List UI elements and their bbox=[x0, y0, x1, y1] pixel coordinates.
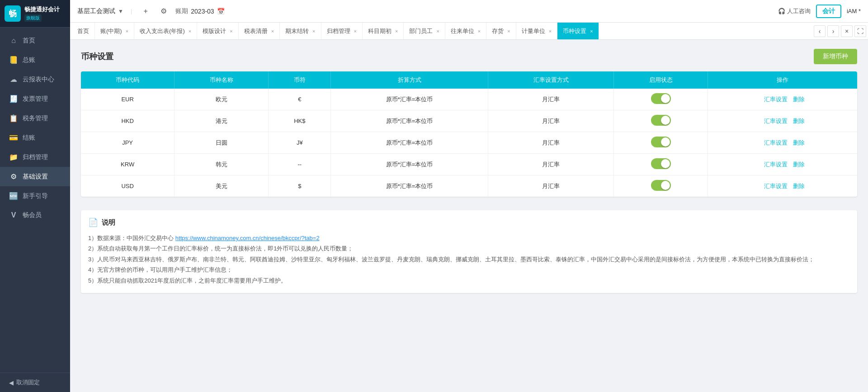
tab-close-icon[interactable]: × bbox=[312, 28, 315, 34]
sidebar-item-label: 畅会员 bbox=[23, 211, 42, 219]
tab-label: 部门员工 bbox=[409, 27, 433, 35]
tab-label: 归档管理 bbox=[327, 27, 350, 35]
company-name: 基层工会测试 bbox=[77, 7, 115, 15]
tab-close-icon[interactable]: × bbox=[354, 28, 357, 34]
settings-gear-button[interactable]: ⚙ bbox=[157, 5, 170, 18]
sidebar-item-home[interactable]: ⌂ 首页 bbox=[0, 31, 70, 50]
cell-status bbox=[614, 132, 708, 154]
sidebar-item-label: 发票管理 bbox=[23, 95, 48, 103]
sidebar-item-archive[interactable]: 📁 归档管理 bbox=[0, 147, 70, 167]
tab-close-icon[interactable]: × bbox=[590, 28, 593, 34]
sidebar-item-guide[interactable]: 🆕 新手引导 bbox=[0, 186, 70, 206]
tab-taxclear[interactable]: 税表清册 × bbox=[239, 23, 280, 40]
page-header: 币种设置 新增币种 bbox=[81, 49, 857, 64]
rate-setting-link[interactable]: 汇率设置 bbox=[764, 96, 788, 103]
cell-conversion: 原币*汇率=本位币 bbox=[331, 110, 488, 132]
table-row: HKD港元HK$原币*汇率=本位币月汇率 汇率设置 删除 bbox=[81, 110, 857, 132]
col-conversion: 折算方式 bbox=[331, 71, 488, 89]
table-header-row: 币种代码 币种名称 币符 折算方式 汇率设置方式 启用状态 操作 bbox=[81, 71, 857, 89]
reports-icon: ☁ bbox=[9, 75, 18, 84]
tab-close-icon[interactable]: × bbox=[395, 28, 398, 34]
tab-subjects[interactable]: 科目期初 × bbox=[363, 23, 404, 40]
new-currency-button[interactable]: 新增币种 bbox=[814, 49, 857, 64]
cell-rate-type: 月汇率 bbox=[488, 132, 613, 154]
tab-close-icon[interactable]: × bbox=[436, 28, 439, 34]
sidebar-item-vip[interactable]: V 畅会员 bbox=[0, 206, 70, 225]
delete-link[interactable]: 删除 bbox=[793, 118, 805, 124]
delete-link[interactable]: 删除 bbox=[793, 96, 805, 103]
tab-close-icon[interactable]: × bbox=[271, 28, 274, 34]
delete-link[interactable]: 删除 bbox=[793, 161, 805, 168]
tab-template[interactable]: 模版设计 × bbox=[197, 23, 238, 40]
vip-icon: V bbox=[9, 211, 18, 219]
tab-fullscreen-button[interactable]: ⛶ bbox=[854, 25, 866, 37]
sidebar-item-reports[interactable]: ☁ 云报表中心 bbox=[0, 70, 70, 89]
logo-icon: 畅 bbox=[5, 5, 21, 22]
enable-toggle[interactable] bbox=[651, 115, 671, 126]
tab-income[interactable]: 收入支出表(年报) × bbox=[134, 23, 197, 40]
cell-status bbox=[614, 110, 708, 132]
tab-close-icon[interactable]: × bbox=[126, 28, 128, 34]
tab-units[interactable]: 计量单位 × bbox=[516, 23, 557, 40]
tab-home[interactable]: 首页 bbox=[72, 23, 95, 40]
cell-rate-type: 月汇率 bbox=[488, 175, 613, 197]
divider1: | bbox=[131, 8, 132, 14]
cell-conversion: 原币*汇率=本位币 bbox=[331, 89, 488, 110]
kuaiji-button[interactable]: 会计 bbox=[816, 5, 841, 18]
table-row: EUR欧元€原币*汇率=本位币月汇率 汇率设置 删除 bbox=[81, 89, 857, 110]
calendar-icon[interactable]: 📅 bbox=[217, 8, 225, 15]
sidebar-item-invoice[interactable]: 🧾 发票管理 bbox=[0, 89, 70, 109]
cell-conversion: 原币*汇率=本位币 bbox=[331, 154, 488, 175]
tab-close-icon[interactable]: × bbox=[189, 28, 191, 34]
col-status: 启用状态 bbox=[614, 71, 708, 89]
sidebar-item-checkout[interactable]: 💳 结账 bbox=[0, 128, 70, 147]
tab-period[interactable]: 账(中期) × bbox=[95, 23, 134, 40]
enable-toggle[interactable] bbox=[651, 93, 671, 104]
tab-close-button[interactable]: × bbox=[841, 25, 853, 37]
rate-setting-link[interactable]: 汇率设置 bbox=[764, 139, 788, 146]
table-row: USD美元$原币*汇率=本位币月汇率 汇率设置 删除 bbox=[81, 175, 857, 197]
tab-label: 税表清册 bbox=[244, 27, 268, 35]
enable-toggle[interactable] bbox=[651, 158, 671, 169]
tab-archive[interactable]: 归档管理 × bbox=[321, 23, 363, 40]
company-selector[interactable]: 基层工会测试 ▼ bbox=[77, 7, 123, 15]
tab-dept[interactable]: 部门员工 × bbox=[404, 23, 445, 40]
tab-period-end[interactable]: 期末结转 × bbox=[280, 23, 321, 40]
tab-close-icon[interactable]: × bbox=[549, 28, 552, 34]
tab-close-icon[interactable]: × bbox=[507, 28, 510, 34]
toggle-thumb bbox=[661, 159, 670, 168]
sidebar-item-tax[interactable]: 📋 税务管理 bbox=[0, 109, 70, 128]
sidebar-item-ledger[interactable]: 📒 总账 bbox=[0, 50, 70, 70]
cell-symbol: J¥ bbox=[269, 132, 331, 154]
headset-icon: 🎧 bbox=[778, 8, 785, 14]
help-button[interactable]: 🎧 人工咨询 bbox=[778, 7, 811, 15]
sidebar-item-label: 归档管理 bbox=[23, 153, 48, 161]
tab-close-icon[interactable]: × bbox=[478, 28, 481, 34]
home-icon: ⌂ bbox=[9, 37, 18, 45]
sidebar-item-settings[interactable]: ⚙ 基础设置 bbox=[0, 167, 70, 186]
note-item-3: 3）人民币对马来西亚林吉特、俄罗斯卢布、南非兰特、韩元、阿联酋迪拉姆、沙特里亚尔… bbox=[88, 254, 850, 264]
enable-toggle[interactable] bbox=[651, 180, 671, 191]
cell-rate-type: 月汇率 bbox=[488, 110, 613, 132]
note-item-5: 5）系统只能自动抓取2021年度后的汇率，之前年度汇率需要用户手工维护。 bbox=[88, 275, 850, 286]
tab-label: 首页 bbox=[77, 27, 89, 35]
sidebar-item-label: 首页 bbox=[23, 37, 35, 45]
tab-next-button[interactable]: › bbox=[827, 25, 839, 37]
sidebar-pin-toggle[interactable]: ◀ 取消固定 bbox=[0, 373, 70, 392]
tab-inventory[interactable]: 存货 × bbox=[486, 23, 516, 40]
rate-setting-link[interactable]: 汇率设置 bbox=[764, 161, 788, 168]
rate-setting-link[interactable]: 汇率设置 bbox=[764, 183, 788, 189]
sidebar-nav: ⌂ 首页 📒 总账 ☁ 云报表中心 🧾 发票管理 📋 税务管理 💳 结账 📁 归… bbox=[0, 28, 70, 373]
delete-link[interactable]: 删除 bbox=[793, 183, 805, 189]
chinamoney-link[interactable]: https://www.chinamoney.com.cn/chinese/bk… bbox=[175, 235, 320, 241]
tab-customers[interactable]: 往来单位 × bbox=[445, 23, 486, 40]
rate-setting-link[interactable]: 汇率设置 bbox=[764, 118, 788, 124]
toggle-thumb bbox=[661, 116, 670, 125]
enable-toggle[interactable] bbox=[651, 137, 671, 147]
cell-conversion: 原币*汇率=本位币 bbox=[331, 175, 488, 197]
tab-close-icon[interactable]: × bbox=[230, 28, 232, 34]
delete-link[interactable]: 删除 bbox=[793, 139, 805, 146]
add-tab-button[interactable]: + bbox=[139, 5, 152, 18]
tab-prev-button[interactable]: ‹ bbox=[814, 25, 826, 37]
tab-currency[interactable]: 币种设置 × bbox=[557, 23, 599, 40]
